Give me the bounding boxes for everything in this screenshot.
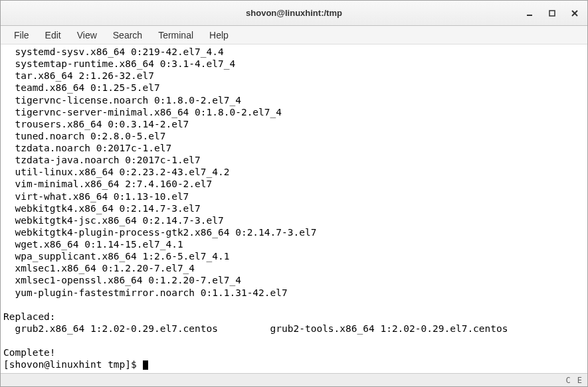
package-line: vim-minimal.x86_64 2:7.4.160-2.el7	[3, 178, 585, 190]
replaced-header: Replaced:	[3, 311, 585, 323]
menu-search[interactable]: Search	[105, 27, 150, 43]
package-line: webkitgtk4-jsc.x86_64 0:2.14.7-3.el7	[3, 214, 585, 226]
package-line: util-linux.x86_64 0:2.23.2-43.el7_4.2	[3, 166, 585, 178]
window-controls	[522, 6, 582, 21]
package-line: tar.x86_64 2:1.26-32.el7	[3, 70, 585, 82]
menubar: File Edit View Search Terminal Help	[1, 26, 587, 44]
statusbar: C E	[1, 373, 587, 386]
package-line: systemtap-runtime.x86_64 0:3.1-4.el7_4	[3, 58, 585, 70]
cursor	[143, 360, 149, 370]
menu-terminal[interactable]: Terminal	[150, 27, 201, 43]
titlebar[interactable]: shovon@linuxhint:/tmp	[1, 1, 587, 26]
menu-edit[interactable]: Edit	[37, 27, 69, 43]
window-title: shovon@linuxhint:/tmp	[246, 8, 342, 18]
package-line: tzdata.noarch 0:2017c-1.el7	[3, 142, 585, 154]
package-line: teamd.x86_64 0:1.25-5.el7	[3, 82, 585, 94]
svg-rect-1	[549, 11, 555, 16]
package-line: tigervnc-server-minimal.x86_64 0:1.8.0-2…	[3, 106, 585, 118]
maximize-icon	[548, 9, 556, 17]
terminal-output[interactable]: systemd-sysv.x86_64 0:219-42.el7_4.4syst…	[1, 44, 587, 373]
package-line: webkitgtk4-plugin-process-gtk2.x86_64 0:…	[3, 226, 585, 238]
menu-help[interactable]: Help	[201, 27, 237, 43]
close-icon	[571, 9, 579, 17]
package-line: systemd-sysv.x86_64 0:219-42.el7_4.4	[3, 46, 585, 58]
status-e: E	[577, 376, 582, 385]
replaced-line: grub2.x86_64 1:2.02-0.29.el7.centos grub…	[3, 323, 585, 335]
package-line: trousers.x86_64 0:0.3.14-2.el7	[3, 118, 585, 130]
blank-line	[3, 299, 585, 311]
status-c: C	[566, 376, 571, 385]
close-button[interactable]	[567, 6, 582, 21]
minimize-icon	[526, 9, 534, 17]
minimize-button[interactable]	[522, 6, 537, 21]
complete-line: Complete!	[3, 347, 585, 358]
prompt-line[interactable]: [shovon@linuxhint tmp]$	[3, 358, 585, 370]
package-line: virt-what.x86_64 0:1.13-10.el7	[3, 191, 585, 202]
package-line: wpa_supplicant.x86_64 1:2.6-5.el7_4.1	[3, 250, 585, 262]
package-line: yum-plugin-fastestmirror.noarch 0:1.1.31…	[3, 287, 585, 299]
package-line: tuned.noarch 0:2.8.0-5.el7	[3, 130, 585, 142]
maximize-button[interactable]	[545, 6, 559, 21]
menu-view[interactable]: View	[69, 27, 105, 43]
package-line: xmlsec1.x86_64 0:1.2.20-7.el7_4	[3, 262, 585, 274]
blank-line	[3, 335, 585, 347]
package-line: wget.x86_64 0:1.14-15.el7_4.1	[3, 238, 585, 250]
package-line: tigervnc-license.noarch 0:1.8.0-2.el7_4	[3, 94, 585, 106]
menu-file[interactable]: File	[6, 27, 37, 43]
package-line: xmlsec1-openssl.x86_64 0:1.2.20-7.el7_4	[3, 274, 585, 286]
package-line: tzdata-java.noarch 0:2017c-1.el7	[3, 154, 585, 166]
terminal-window: shovon@linuxhint:/tmp File Edit View Sea…	[0, 0, 588, 387]
package-line: webkitgtk4.x86_64 0:2.14.7-3.el7	[3, 202, 585, 214]
